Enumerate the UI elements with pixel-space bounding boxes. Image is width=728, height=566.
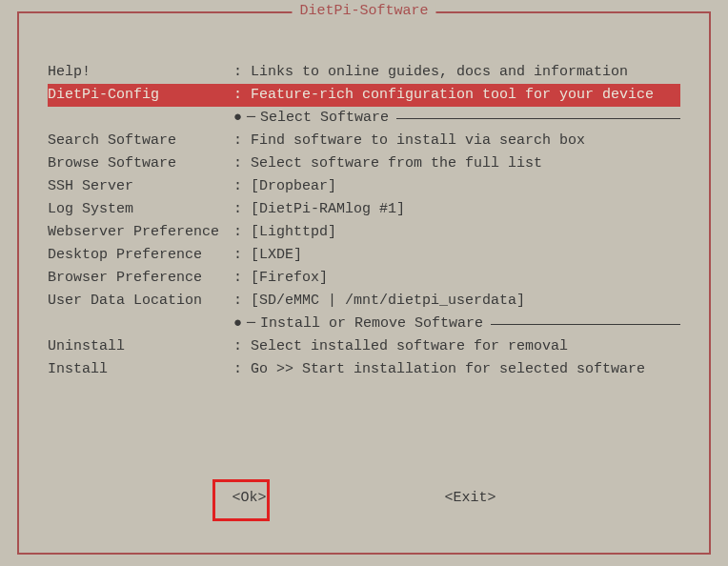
menu-item-user-data-location[interactable]: User Data Location :[SD/eMMC | /mnt/diet…	[48, 290, 680, 313]
menu-item-browse-software[interactable]: Browse Software :Select software from th…	[48, 152, 680, 175]
menu-desc: :Find software to install via search box	[233, 130, 585, 152]
menu-label: Browser Preference	[48, 267, 233, 290]
menu-label: Webserver Preference	[48, 221, 233, 244]
section-divider-select-software: ●─Select Software	[48, 107, 680, 130]
menu-label: SSH Server	[48, 175, 233, 198]
menu-label: Desktop Preference	[48, 244, 233, 267]
menu-label: DietPi-Config	[48, 84, 233, 107]
menu-item-search-software[interactable]: Search Software :Find software to instal…	[48, 130, 680, 152]
menu-item-log-system[interactable]: Log System :[DietPi-RAMlog #1]	[48, 198, 680, 221]
menu-item-help[interactable]: Help! :Links to online guides, docs and …	[48, 61, 680, 84]
menu-desc: :[Firefox]	[233, 267, 328, 290]
exit-button[interactable]: <Exit>	[435, 486, 505, 510]
menu-label: Log System	[48, 198, 233, 221]
menu-item-ssh-server[interactable]: SSH Server :[Dropbear]	[48, 175, 680, 198]
menu-item-install[interactable]: Install :Go >> Start installation for se…	[48, 358, 680, 381]
menu-desc: :Links to online guides, docs and inform…	[233, 61, 628, 84]
menu-label: Browse Software	[48, 152, 233, 175]
menu-desc: :[SD/eMMC | /mnt/dietpi_userdata]	[233, 290, 525, 313]
menu-item-desktop-preference[interactable]: Desktop Preference :[LXDE]	[48, 244, 680, 267]
button-row: <Ok> <Exit>	[19, 486, 709, 510]
menu-label: Help!	[48, 61, 233, 84]
menu-item-browser-preference[interactable]: Browser Preference :[Firefox]	[48, 267, 680, 290]
menu-content: Help! :Links to online guides, docs and …	[19, 13, 709, 400]
menu-item-uninstall[interactable]: Uninstall :Select installed software for…	[48, 335, 680, 358]
menu-item-webserver-preference[interactable]: Webserver Preference :[Lighttpd]	[48, 221, 680, 244]
menu-label: Uninstall	[48, 335, 233, 358]
ok-button[interactable]: <Ok>	[222, 486, 275, 510]
menu-desc: :Go >> Start installation for selected s…	[233, 358, 645, 381]
menu-label: User Data Location	[48, 290, 233, 313]
menu-item-dietpi-config[interactable]: DietPi-Config :Feature-rich configuratio…	[48, 84, 680, 107]
menu-desc: :Select installed software for removal	[233, 335, 568, 358]
section-divider-install-remove: ●─Install or Remove Software	[48, 313, 680, 335]
menu-desc: :[LXDE]	[233, 244, 302, 267]
dialog-window: DietPi-Software Help! :Links to online g…	[17, 11, 711, 555]
menu-label: Search Software	[48, 130, 233, 152]
menu-desc: :[Dropbear]	[233, 175, 336, 198]
menu-desc: :Feature-rich configuration tool for you…	[233, 84, 654, 107]
menu-desc: :[Lighttpd]	[233, 221, 336, 244]
menu-label: Install	[48, 358, 233, 381]
menu-desc: :[DietPi-RAMlog #1]	[233, 198, 405, 221]
menu-desc: :Select software from the full list	[233, 152, 542, 175]
window-title: DietPi-Software	[292, 3, 435, 19]
